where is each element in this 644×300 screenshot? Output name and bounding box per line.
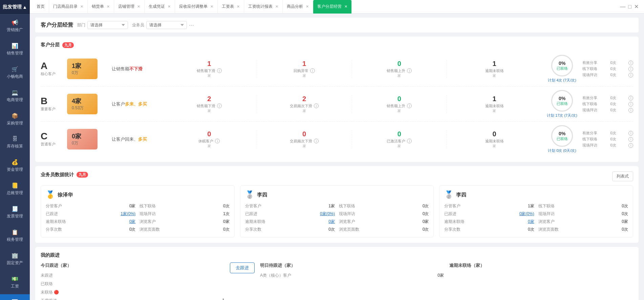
tier-stat4-B: 1 逾期未联络 家: [447, 95, 542, 113]
tier-row-B: B 重要客户 4家 0.53万 让客户多来、多买 2 销售额下滑i 家 2 交易…: [41, 87, 633, 122]
staff-stats-grid-2: 分管客户 1家 线下联络 0次 已跟进 0家(0%) 现场拜访 0次 逾期未联络…: [444, 203, 628, 232]
tab-label-wagereport: 工资统计报表: [248, 4, 273, 9]
sidebar-item-gongzi[interactable]: 💵工资: [0, 271, 30, 294]
filter-bar: 客户分层经营 部门 请选择 业务员 请选择 ···: [35, 18, 639, 32]
sidebar-top-label: 批发管理: [3, 4, 22, 10]
tab-close-sales[interactable]: ✕: [107, 4, 110, 9]
staff-stat-item: 线下联络 0次: [538, 203, 628, 209]
staff-stat-item: 浏览客户 0家: [139, 219, 229, 225]
tier-stat4-A: 1 逾期未联络 家: [447, 60, 542, 78]
sidebar-icon-shuiwu: 📋: [3, 229, 27, 235]
info-icon-right3[interactable]: i: [628, 143, 633, 148]
info-icon-right2[interactable]: i: [628, 102, 633, 107]
staff-card-header-2: 🥈 李四: [444, 190, 628, 199]
tier-stat2-C: 0 交易频次下滑i 家: [257, 130, 352, 148]
info-icon-stat1[interactable]: i: [217, 68, 222, 73]
tab-home[interactable]: 首页: [33, 0, 49, 14]
sidebar-item-zijin[interactable]: 💰资金管理: [0, 154, 30, 178]
sidebar-item-zongzhang[interactable]: 📒总账管理: [0, 178, 30, 201]
sidebar-item-xiaoshou[interactable]: 📊销售管理: [0, 38, 30, 61]
more-options-icon[interactable]: ···: [189, 22, 194, 29]
info-icon-right1[interactable]: i: [628, 96, 633, 100]
customer-tier-section: 客户分层 九月 A 核心客户 1家 0万 让销售额不下滑 1 销售额下滑i 家 …: [35, 37, 639, 162]
tab-bar-end: — □ ✕: [620, 3, 641, 10]
list-view-button[interactable]: 列表式: [612, 171, 633, 181]
sidebar-item-shuiwu[interactable]: 📋税务管理: [0, 224, 30, 248]
sidebar-collapse-icon[interactable]: ▲: [22, 4, 27, 10]
tab-close-store[interactable]: ✕: [80, 4, 83, 9]
sidebar-label-zijin: 资金管理: [3, 167, 27, 172]
tab-voucher[interactable]: 生成凭证✕: [145, 0, 175, 14]
tab-goods[interactable]: 商品分析✕: [283, 0, 313, 14]
info-icon-stat1[interactable]: i: [217, 103, 222, 108]
tab-wagereport[interactable]: 工资统计报表✕: [244, 0, 283, 14]
sidebar-item-fapiao[interactable]: 🧾发票管理: [0, 201, 30, 224]
staff-card-1: 🥈 李四 分管客户 1家 线下联络 0次 已跟进 0家(0%) 现场拜访 0次 …: [240, 185, 434, 237]
info-icon-stat2[interactable]: i: [310, 68, 315, 73]
info-icon-stat3[interactable]: i: [407, 103, 412, 108]
tab-close-wagereport[interactable]: ✕: [275, 4, 278, 9]
staff-card-2: 🥈 李四 分管客户 1家 线下联络 0次 已跟进 0家(0%) 现场拜访 0次 …: [439, 185, 633, 237]
dept-select[interactable]: 请选择: [87, 21, 128, 29]
info-icon-right2[interactable]: i: [628, 67, 633, 71]
staff-section: 业务员数据统计 九月 列表式 🥇 徐泽华 分管客户 0家 线下联络 0次 已跟进…: [35, 166, 639, 243]
sidebar-label-gongzi: 工资: [3, 283, 27, 289]
tab-maximize-icon[interactable]: □: [628, 4, 631, 10]
sidebar-item-yingxiao[interactable]: 📢营销推广: [0, 15, 30, 38]
tier-stat1-B: 2 销售额下滑i 家: [162, 95, 257, 113]
staff-stat-item: 现场拜访 1次: [139, 211, 229, 217]
sidebar-item-gudingzichan[interactable]: 🏢固定资产: [0, 248, 30, 271]
dept-filter: 部门 请选择: [77, 21, 128, 29]
tab-minimize-icon[interactable]: —: [620, 4, 625, 10]
staff-stat-item: 浏览页面数 0次: [339, 227, 429, 232]
tab-close-shop[interactable]: ✕: [137, 4, 140, 9]
staff-stat-item: 分管客户 1家: [245, 203, 335, 209]
tab-wage[interactable]: 工资表✕: [218, 0, 244, 14]
info-icon-stat1[interactable]: i: [215, 139, 220, 143]
tab-close-goods[interactable]: ✕: [306, 4, 309, 9]
tab-store[interactable]: 门店商品目录✕: [49, 0, 88, 14]
info-icon-stat3[interactable]: i: [407, 139, 412, 143]
info-icon-right1[interactable]: i: [628, 131, 633, 136]
sidebar-top[interactable]: 批发管理 ▲: [0, 0, 30, 15]
info-icon-right3[interactable]: i: [628, 108, 633, 113]
sidebar-item-kucun[interactable]: 🗄库存核算: [0, 131, 30, 154]
sales-filter: 业务员 请选择 ···: [132, 21, 194, 29]
info-icon-stat3[interactable]: i: [407, 68, 412, 73]
staff-stat-item: 已跟进 0家(0%): [444, 211, 534, 217]
sidebar-item-xiaodian[interactable]: 🛒小畅电商: [0, 61, 30, 85]
tier-stats-A: 1 销售额下滑i 家 1 回购异常i 家 0 销售额上升i 家 1 逾期未联络 …: [162, 60, 542, 78]
sidebar-icon-diangshang: 💻: [3, 89, 27, 96]
staff-card-header-0: 🥇 徐泽华: [46, 190, 230, 199]
tab-receivable[interactable]: 应收应付调整单✕: [175, 0, 218, 14]
info-icon-stat2[interactable]: i: [314, 139, 319, 143]
tab-close-receivable[interactable]: ✕: [210, 4, 213, 9]
tab-bar: 首页门店商品目录✕销货单✕店铺管理✕生成凭证✕应收应付调整单✕工资表✕工资统计报…: [30, 0, 644, 14]
staff-stat-item: 分享次数 0次: [46, 227, 135, 232]
tier-stat1-A: 1 销售额下滑i 家: [162, 60, 257, 78]
tab-close-voucher[interactable]: ✕: [168, 4, 171, 9]
tier-stat3-C: 0 已激活客户i 家: [352, 130, 447, 148]
tab-close-wage[interactable]: ✕: [237, 4, 240, 9]
tab-close-customer[interactable]: ✕: [344, 4, 347, 9]
info-icon-stat2[interactable]: i: [314, 103, 319, 108]
tier-stat2-B: 2 交易频次下滑i 家: [257, 95, 352, 113]
info-icon-right1[interactable]: i: [628, 61, 633, 65]
sidebar-label-kucun: 库存核算: [3, 143, 27, 149]
sales-select[interactable]: 请选择: [146, 21, 187, 29]
info-icon-right3[interactable]: i: [628, 73, 633, 77]
tab-shop[interactable]: 店铺管理✕: [114, 0, 145, 14]
tab-close-icon[interactable]: ✕: [634, 3, 639, 10]
tier-stat1-C: 0 休眠客户i 家: [162, 130, 257, 148]
sidebar-label-diangshang: 电商管理: [3, 97, 27, 103]
sidebar-label-yingxiao: 营销推广: [3, 27, 27, 33]
sidebar-item-diangshang[interactable]: 💻电商管理: [0, 85, 30, 108]
staff-stat-item: 分享次数 0次: [444, 227, 534, 232]
sidebar-item-jingying[interactable]: 📈经营管理: [0, 294, 30, 300]
tab-sales[interactable]: 销货单✕: [88, 0, 114, 14]
tab-customer[interactable]: 客户分层经营✕: [313, 0, 352, 14]
staff-stat-item: 现场拜访 0次: [538, 211, 628, 217]
info-icon-right2[interactable]: i: [628, 137, 633, 142]
go-follow-button[interactable]: 去跟进: [230, 262, 255, 273]
sidebar-item-caigou[interactable]: 📦采购管理: [0, 108, 30, 131]
